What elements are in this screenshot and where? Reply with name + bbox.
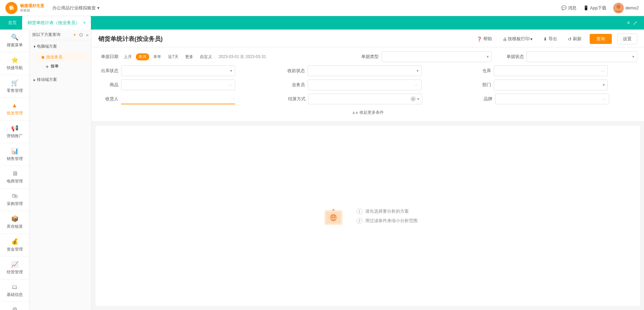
dept-chevron: ▾ [603,83,605,87]
mobile-section-title[interactable]: ▸ 移动端方案 [30,75,91,85]
enterprise-select[interactable]: 办公用品行业模拟账套 ▾ [52,5,100,11]
doc-type-chevron: ▾ [487,54,489,59]
retail-icon: 🛒 [11,79,18,87]
dept-control[interactable]: ▾ [494,80,608,90]
desktop-section-title[interactable]: ▾ 电脑端方案 [30,42,91,51]
date-tab-current-month[interactable]: 本月 [136,53,149,60]
staff-control[interactable]: ··· [308,80,422,90]
nav-scheme-sales: 按业务员 ◈ 按单 [30,51,91,72]
date-label: 单据日期 [98,54,118,60]
topbar: 畅 畅捷通好生意 标账版 办公用品行业模拟账套 ▾ 💬 消息 📱 App下载 [0,0,644,16]
payment-status-control[interactable]: ▾ [308,65,422,76]
sidebar-label-ecommerce: 电商管理 [7,178,23,184]
sidebar-item-basic[interactable]: 🗂 基础信息 [0,279,29,302]
settlement-clear-btn[interactable]: × [411,96,416,102]
desktop-section-label: 电脑端方案 [37,44,57,49]
sidebar-label-search-menu: 搜索菜单 [7,42,23,48]
date-tab-more[interactable]: 更多 [182,53,196,60]
app-download-btn[interactable]: 📱 App下载 [583,5,606,11]
date-tab-current-year[interactable]: 本年 [151,53,164,60]
page-title: 销货单统计表(按业务员) [98,35,163,43]
sidebar-item-wholesale[interactable]: ▲ 批发管理 [0,98,29,120]
goods-control[interactable]: ··· [121,80,235,90]
active-dot [42,56,44,59]
goods-dots[interactable]: ··· [228,82,232,88]
brand-dots[interactable]: ··· [602,96,606,102]
print-btn[interactable]: 🖨 按模板打印 ▾ [500,35,535,43]
add-scheme-btn[interactable]: + [73,32,76,38]
svg-point-5 [331,216,333,218]
ship-status-control[interactable]: ▾ [121,65,235,76]
sidebar-item-sales[interactable]: 📊 销售管理 [0,143,29,166]
sub-item-by-doc[interactable]: ◈ 按单 [36,62,87,71]
warehouse-dots[interactable]: ··· [601,68,605,73]
receiver-control[interactable]: ··· [121,94,235,104]
date-tab-7days[interactable]: 近7天 [165,53,181,60]
settlement-control[interactable]: × ▾ [308,94,422,104]
doc-status-control[interactable]: ▾ [527,51,637,62]
tab-home[interactable]: 首页 [3,16,22,30]
user-avatar[interactable]: demo2 [613,3,639,13]
sidebar-item-marketing[interactable]: 📢 营销推广 [0,120,29,143]
sidebar-item-retail[interactable]: 🛒 零售管理 [0,75,29,98]
help-btn[interactable]: ❓ 帮助 [474,35,495,43]
inventory-icon: 📦 [11,215,18,222]
svg-point-6 [334,216,335,218]
collapse-filter-btn[interactable]: ∧∧ 收起更多条件 [98,108,637,117]
date-tabs: 上月 本月 本年 近7天 更多 自定义 2023-03-01 至 2023-03… [121,53,266,60]
sidebar-label-basic: 基础信息 [7,292,23,298]
staff-dots[interactable]: ··· [415,82,419,88]
brand-control[interactable]: ··· [495,94,609,104]
refresh-icon: ↺ [568,37,572,42]
sidebar-label-wholesale: 批发管理 [7,110,23,116]
logo-area: 畅 畅捷通好生意 标账版 [5,2,44,14]
filter-area: 单据日期 上月 本月 本年 近7天 更多 自定义 2023-03-01 至 20… [92,47,644,122]
refresh-btn[interactable]: ↺ 刷新 [565,35,584,43]
topbar-right: 💬 消息 📱 App下载 demo2 [561,3,639,13]
doc-type-control[interactable]: ▾ [381,51,492,62]
sidebar-item-system[interactable]: ⚙ 系统管理 [0,302,29,310]
nav-panel: 按以下方案查询 + ⊙ « ▾ 电脑端方案 按业务员 ◈ 按单 [30,30,92,310]
collapse-nav-btn[interactable]: « [86,32,89,38]
sidebar-item-inventory[interactable]: 📦 库存核算 [0,211,29,234]
sidebar-item-purchase[interactable]: 🛍 采购管理 [0,189,29,211]
ecommerce-icon: 🖥 [12,170,18,177]
mobile-section-label: 移动端方案 [37,77,57,83]
scheme-by-staff[interactable]: 按业务员 [36,53,87,62]
close-window-icon[interactable]: × [627,19,630,27]
doc-status-label: 单据状态 [504,54,524,60]
filter-row-1: 单据日期 上月 本月 本年 近7天 更多 自定义 2023-03-01 至 20… [98,51,637,62]
sub-doc-icon: ◈ [46,64,49,69]
export-icon: ⬇ [543,37,547,42]
sidebar-label-purchase: 采购管理 [7,201,23,207]
export-btn[interactable]: ⬇ 导出 [541,35,560,43]
receiver-dots[interactable]: ··· [231,96,235,101]
sidebar-label-finance: 资金管理 [7,247,23,252]
sidebar-item-search-menu[interactable]: 🔍 搜索菜单 [0,30,29,52]
search-icon: 🔍 [11,34,18,41]
empty-tip-2: 2 用过滤条件来缩小分析范围 [357,218,418,224]
date-tab-custom[interactable]: 自定义 [197,53,215,60]
tab-active[interactable]: 销货单统计表（按业务员） × [22,16,91,30]
sidebar-item-operations[interactable]: 📈 经营管理 [0,257,29,279]
doc-status-chevron: ▾ [632,54,634,59]
empty-illustration [318,201,348,231]
basic-icon: 🗂 [12,283,18,291]
tab-controls: × ⤢ [623,19,641,27]
empty-state: 1 请先选择要分析的方案 2 用过滤条件来缩小分析范围 [96,126,640,306]
sidebar: 🔍 搜索菜单 ⭐ 快捷导航 🛒 零售管理 ▲ 批发管理 📢 营销推广 📊 销售管… [0,30,30,310]
nav-section-desktop: ▾ 电脑端方案 按业务员 ◈ 按单 [30,40,91,73]
message-btn[interactable]: 💬 消息 [561,5,577,11]
maximize-window-icon[interactable]: ⤢ [633,20,637,26]
sidebar-item-ecommerce[interactable]: 🖥 电商管理 [0,166,29,189]
search-btn[interactable]: 查询 [590,34,612,44]
sidebar-item-finance[interactable]: 💰 资金管理 [0,234,29,257]
tab-close-btn[interactable]: × [83,20,86,25]
copy-scheme-btn[interactable]: ⊙ [79,32,83,38]
warehouse-label: 仓库 [471,68,491,74]
date-tab-last-month[interactable]: 上月 [121,53,135,60]
settings-btn[interactable]: 设置 [617,34,637,44]
filter-row-4: 收货人 ··· 结算方式 × ▾ 品牌 [98,94,637,104]
warehouse-control[interactable]: ··· [494,65,608,76]
sidebar-item-quick-nav[interactable]: ⭐ 快捷导航 [0,52,29,75]
